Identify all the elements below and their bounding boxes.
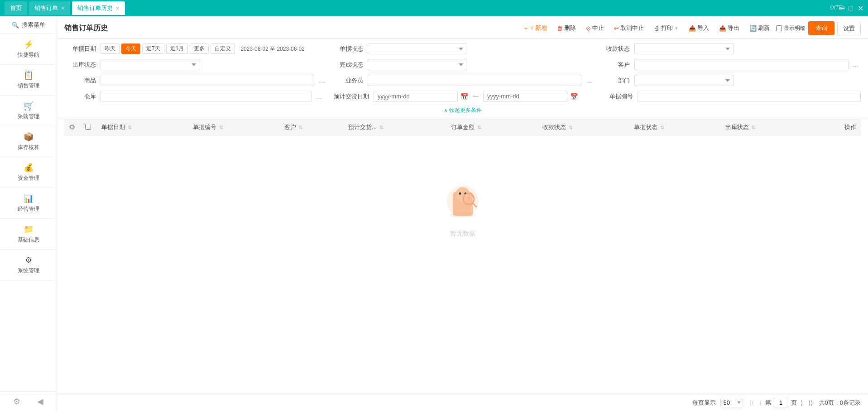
salesperson-filter-value: ... [368, 75, 594, 86]
print-button[interactable]: 🖨 打印 ▼ [650, 22, 682, 34]
sidebar-collapse-icon[interactable]: ◀ [37, 396, 43, 406]
th-bill-status-label: 单据状态 [634, 124, 657, 131]
collapse-button[interactable]: ∧ 收起更多条件 [444, 106, 482, 114]
date-separator: — [471, 93, 480, 100]
salesperson-input[interactable] [368, 75, 581, 86]
main-layout: 🔍 搜索菜单 ⚡ 快捷导航 📋 销售管理 🛒 采购管理 📦 库存核算 💰 资金管… [0, 16, 868, 411]
sort-receipt-status-icon[interactable]: ⇅ [569, 125, 573, 130]
sidebar-item-system-mgmt[interactable]: ⚙ 系统管理 [0, 250, 57, 280]
calendar-end-icon[interactable]: 📅 [570, 93, 578, 100]
expected-date-end[interactable] [483, 91, 567, 102]
warehouse-input[interactable] [101, 91, 312, 102]
receipt-status-label: 收款状态 [598, 45, 630, 53]
dept-select[interactable] [634, 75, 734, 86]
goods-ellipsis[interactable]: ... [317, 77, 326, 85]
query-label: 查询 [815, 24, 827, 31]
sort-date-icon[interactable]: ⇅ [128, 125, 132, 130]
refresh-button[interactable]: 🔄 刷新 [746, 22, 773, 34]
sort-bill-status-icon[interactable]: ⇅ [660, 125, 664, 130]
calendar-start-icon[interactable]: 📅 [460, 93, 468, 100]
query-button[interactable]: 查询 [808, 21, 834, 35]
stop-button[interactable]: ⊘ 中止 [582, 22, 608, 34]
import-button[interactable]: 📥 导入 [685, 22, 713, 34]
page-first-btn[interactable]: ⟨⟨ [748, 398, 756, 407]
per-page-select[interactable]: 10 20 50 100 [720, 398, 743, 407]
sidebar-item-quick-nav[interactable]: ⚡ 快捷导航 [0, 34, 57, 65]
column-settings-btn[interactable]: ⚙ [69, 123, 75, 131]
sidebar-item-purchase-mgmt[interactable]: 🛒 采购管理 [0, 96, 57, 126]
sidebar: 🔍 搜索菜单 ⚡ 快捷导航 📋 销售管理 🛒 采购管理 📦 库存核算 💰 资金管… [0, 16, 57, 411]
display-detail-checkbox[interactable] [776, 25, 782, 31]
date-btn-7days[interactable]: 近7天 [142, 44, 164, 54]
filter-row-2: 出库状态 完成状态 客户 ... [64, 59, 861, 70]
customer-ellipsis[interactable]: ... [851, 61, 861, 69]
sidebar-settings-icon[interactable]: ⚙ [13, 396, 20, 406]
date-btn-yesterday[interactable]: 昨天 [101, 44, 120, 54]
th-date: 单据日期 ⇅ [97, 119, 188, 135]
bill-status-select[interactable] [368, 43, 467, 54]
table-header-row: ⚙ 单据日期 ⇅ 单据编号 ⇅ [64, 119, 861, 135]
sidebar-item-sales-mgmt[interactable]: 📋 销售管理 [0, 65, 57, 96]
th-receipt-status-label: 收款状态 [542, 124, 566, 131]
customer-filter-value: ... [634, 59, 861, 70]
out-status-label: 出库状态 [64, 61, 96, 69]
sidebar-item-basic-info[interactable]: 📁 基础信息 [0, 219, 57, 250]
sidebar-item-operations-label: 经营管理 [18, 205, 39, 213]
sidebar-item-operations[interactable]: 📊 经营管理 [0, 188, 57, 219]
select-all-checkbox[interactable] [85, 124, 91, 130]
page-label: 第 [765, 399, 771, 407]
tab-sales-order[interactable]: 销售订单 ✕ [29, 1, 70, 15]
page-last-btn[interactable]: ⟩⟩ [806, 398, 815, 407]
expected-date-start[interactable] [374, 91, 458, 102]
table-footer: 每页显示 10 20 50 100 ⟨⟨ ⟨ 第 页 ⟩ ⟩⟩ 共0页，0条记录 [57, 394, 868, 411]
display-detail-label: 显示明细 [784, 24, 806, 32]
display-detail[interactable]: 显示明细 [776, 24, 806, 32]
sort-customer-icon[interactable]: ⇅ [298, 125, 302, 130]
settings-button[interactable]: 设置 [837, 22, 861, 35]
customer-input[interactable] [634, 59, 848, 70]
out-status-select[interactable] [101, 59, 200, 70]
close-btn[interactable]: ✕ [858, 4, 863, 13]
complete-status-value [368, 59, 594, 70]
sort-number-icon[interactable]: ⇅ [219, 125, 223, 130]
date-filter-label: 单据日期 [64, 45, 96, 53]
goods-input[interactable] [101, 75, 314, 86]
sort-out-status-icon[interactable]: ⇅ [751, 125, 755, 130]
maximize-btn[interactable]: □ [849, 4, 853, 12]
date-btn-today[interactable]: 今天 [121, 44, 140, 54]
warehouse-ellipsis[interactable]: ... [314, 92, 324, 101]
new-button[interactable]: ＋ + 新增 [519, 22, 551, 34]
tab-sales-order-history[interactable]: 销售订单历史 ✕ [72, 1, 125, 15]
delete-button[interactable]: 🗑 删除 [553, 22, 580, 34]
dept-filter-label: 部门 [598, 77, 630, 85]
sidebar-item-inventory[interactable]: 📦 库存核算 [0, 126, 57, 157]
empty-row: ? 暂无数据 [64, 135, 861, 275]
tab-sales-order-close[interactable]: ✕ [61, 5, 65, 11]
svg-point-4 [459, 193, 461, 195]
date-btn-custom[interactable]: 自定义 [211, 44, 235, 54]
page-number-input[interactable] [773, 398, 789, 407]
salesperson-ellipsis[interactable]: ... [584, 77, 594, 85]
sidebar-item-basic-info-label: 基础信息 [18, 236, 39, 244]
export-button[interactable]: 📤 导出 [715, 22, 743, 34]
page-next-btn[interactable]: ⟩ [799, 398, 805, 407]
empty-state: ? 暂无数据 [64, 135, 861, 274]
bill-status-value [368, 43, 594, 54]
sort-amount-icon[interactable]: ⇅ [477, 125, 481, 130]
complete-status-select[interactable] [368, 59, 467, 70]
bill-number-label: 单据编号 [601, 92, 633, 101]
date-btn-1month[interactable]: 近1月 [166, 44, 188, 54]
filter-area: 单据日期 昨天 今天 近7天 近1月 更多 自定义 2023-06-02 至 2… [57, 39, 868, 119]
cancel-stop-button[interactable]: ↩ 取消中止 [610, 22, 647, 34]
bill-number-input[interactable] [638, 91, 861, 102]
th-number-label: 单据编号 [193, 124, 216, 131]
sidebar-item-finance[interactable]: 💰 资金管理 [0, 157, 57, 188]
receipt-status-select[interactable] [634, 43, 734, 54]
sort-expected-icon[interactable]: ⇅ [379, 125, 384, 130]
date-btn-more[interactable]: 更多 [190, 44, 209, 54]
page-prev-btn[interactable]: ⟨ [758, 398, 763, 407]
tab-sales-order-history-close[interactable]: ✕ [115, 5, 120, 11]
print-label: 打印 [661, 24, 673, 32]
sidebar-search[interactable]: 🔍 搜索菜单 [0, 16, 57, 34]
tab-home[interactable]: 首页 [5, 1, 27, 15]
